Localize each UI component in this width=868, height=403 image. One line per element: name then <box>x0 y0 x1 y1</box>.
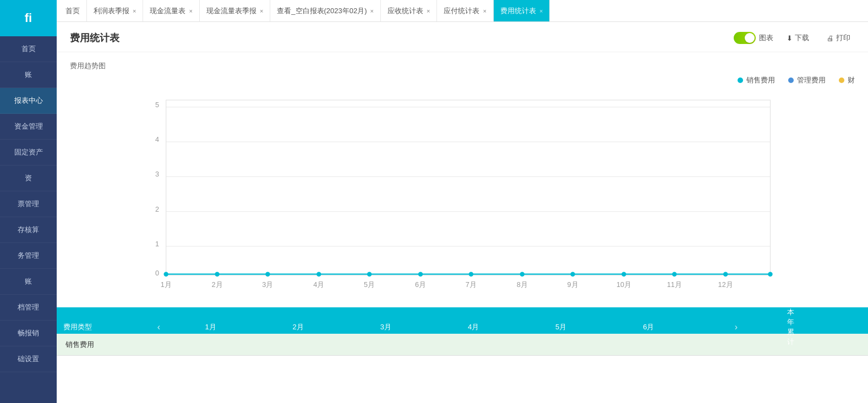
svg-text:11月: 11月 <box>667 281 682 289</box>
legend-dot-finance <box>839 78 844 83</box>
svg-point-20 <box>520 272 525 276</box>
nav-prev-arrow[interactable]: ‹ <box>157 322 160 332</box>
svg-text:1: 1 <box>155 240 159 248</box>
tab-cashflow-quarterly[interactable]: 现金流量表季报 × <box>200 0 270 21</box>
legend-label-admin: 管理费用 <box>797 75 826 85</box>
svg-point-24 <box>723 272 728 276</box>
sidebar-logo: fi <box>0 0 57 36</box>
th-jun: 6月 <box>605 322 692 332</box>
svg-text:8月: 8月 <box>517 281 528 289</box>
close-icon[interactable]: × <box>133 8 136 14</box>
sidebar-item-service[interactable]: 务管理 <box>0 243 57 269</box>
svg-point-18 <box>418 272 423 276</box>
th-mar: 3月 <box>342 322 429 332</box>
legend-dot-sales <box>738 78 743 83</box>
svg-point-15 <box>265 272 270 276</box>
legend-label-sales: 销售费用 <box>746 75 775 85</box>
svg-text:5: 5 <box>155 101 159 109</box>
page-content: 费用统计表 图表 ⬇ 下载 🖨 打印 费用趋势图 <box>57 22 868 403</box>
tab-profit-quarterly[interactable]: 利润表季报 × <box>87 0 143 21</box>
sidebar-item-settings[interactable]: 础设置 <box>0 346 57 372</box>
chart-title: 费用趋势图 <box>70 61 855 71</box>
chart-area: 费用趋势图 销售费用 管理费用 财 5 <box>57 52 868 307</box>
legend-item-sales: 销售费用 <box>738 75 775 85</box>
svg-text:4月: 4月 <box>313 281 324 289</box>
close-icon[interactable]: × <box>370 8 374 14</box>
tab-receivable[interactable]: 应收统计表 × <box>381 0 437 21</box>
svg-text:2: 2 <box>155 206 159 213</box>
nav-next-arrow[interactable]: › <box>735 322 738 332</box>
svg-text:3月: 3月 <box>262 281 273 289</box>
close-icon[interactable]: × <box>189 8 192 14</box>
svg-point-17 <box>367 272 372 276</box>
table-row-sales: 销售费用 <box>57 334 868 356</box>
svg-point-21 <box>570 272 575 276</box>
sidebar-item-archive[interactable]: 档管理 <box>0 295 57 321</box>
chart-legend: 销售费用 管理费用 财 <box>70 75 855 85</box>
svg-point-14 <box>215 272 219 276</box>
table-header: 费用类型 ‹ 1月 2月 3月 4月 5月 6月 › 本年累计 <box>57 307 868 334</box>
close-icon[interactable]: × <box>260 8 263 14</box>
svg-text:9月: 9月 <box>567 281 578 289</box>
tab-expense-stats[interactable]: 费用统计表 × <box>494 0 550 21</box>
toggle-wrap: 图表 <box>734 32 773 44</box>
print-button[interactable]: 🖨 打印 <box>822 31 855 45</box>
close-icon[interactable]: × <box>539 8 543 14</box>
header-actions: 图表 ⬇ 下载 🖨 打印 <box>734 31 855 45</box>
bottom-table: 费用类型 ‹ 1月 2月 3月 4月 5月 6月 › 本年累计 销售费用 <box>57 307 868 356</box>
print-icon: 🖨 <box>827 34 834 42</box>
sidebar-item-account[interactable]: 账 <box>0 62 57 88</box>
chart-svg: 5 4 3 2 1 0 <box>70 90 855 299</box>
svg-text:10月: 10月 <box>616 281 631 289</box>
svg-point-13 <box>163 272 168 276</box>
th-feb: 2月 <box>254 322 342 332</box>
tab-blank-report[interactable]: 查看_空白报表(2023年02月) × <box>270 0 381 21</box>
tabs-bar: 首页 利润表季报 × 现金流量表 × 现金流量表季报 × 查看_空白报表(202… <box>57 0 868 22</box>
close-icon[interactable]: × <box>427 8 430 14</box>
svg-rect-12 <box>166 100 771 275</box>
sidebar-item-assets[interactable]: 固定资产 <box>0 140 57 165</box>
svg-point-25 <box>768 272 772 276</box>
th-type: 费用类型 ‹ <box>57 322 167 332</box>
sidebar-item-funds[interactable]: 资金管理 <box>0 114 57 140</box>
download-icon: ⬇ <box>787 34 793 42</box>
sidebar-item-tickets[interactable]: 票管理 <box>0 191 57 217</box>
th-nav-next[interactable]: › <box>692 322 780 332</box>
svg-text:0: 0 <box>155 269 159 277</box>
toggle-label: 图表 <box>759 33 773 43</box>
svg-text:6月: 6月 <box>415 281 426 289</box>
svg-point-22 <box>621 272 626 276</box>
sidebar-item-resource[interactable]: 资 <box>0 165 57 191</box>
tab-payable[interactable]: 应付统计表 × <box>437 0 493 21</box>
svg-text:12月: 12月 <box>718 281 733 289</box>
svg-point-23 <box>672 272 676 276</box>
legend-label-finance: 财 <box>848 75 855 85</box>
th-may: 5月 <box>517 322 605 332</box>
th-apr: 4月 <box>429 322 517 332</box>
chart-toggle[interactable] <box>734 32 756 44</box>
legend-item-admin: 管理费用 <box>788 75 826 85</box>
tab-cashflow[interactable]: 现金流量表 × <box>143 0 199 21</box>
svg-text:7月: 7月 <box>466 281 477 289</box>
sidebar-item-expense[interactable]: 畅报销 <box>0 321 57 346</box>
svg-text:2月: 2月 <box>212 281 223 289</box>
page-title: 费用统计表 <box>70 31 119 45</box>
svg-point-16 <box>316 272 321 276</box>
th-jan: 1月 <box>167 322 254 332</box>
svg-text:5月: 5月 <box>364 281 375 289</box>
sidebar-item-inventory[interactable]: 存核算 <box>0 217 57 243</box>
tab-home[interactable]: 首页 <box>59 0 87 21</box>
svg-point-19 <box>469 272 473 276</box>
page-header: 费用统计表 图表 ⬇ 下载 🖨 打印 <box>57 22 868 52</box>
chart-container: 5 4 3 2 1 0 <box>70 90 855 299</box>
legend-dot-admin <box>788 78 794 83</box>
close-icon[interactable]: × <box>483 8 486 14</box>
legend-item-finance: 财 <box>839 75 855 85</box>
sidebar-item-ledger[interactable]: 账 <box>0 269 57 295</box>
svg-text:4: 4 <box>155 136 159 143</box>
sidebar-item-reports[interactable]: 报表中心 <box>0 88 57 114</box>
svg-text:1月: 1月 <box>161 281 172 289</box>
sidebar-item-home[interactable]: 首页 <box>0 36 57 62</box>
th-ytd: 本年累计 <box>780 307 802 347</box>
download-button[interactable]: ⬇ 下载 <box>782 31 814 45</box>
